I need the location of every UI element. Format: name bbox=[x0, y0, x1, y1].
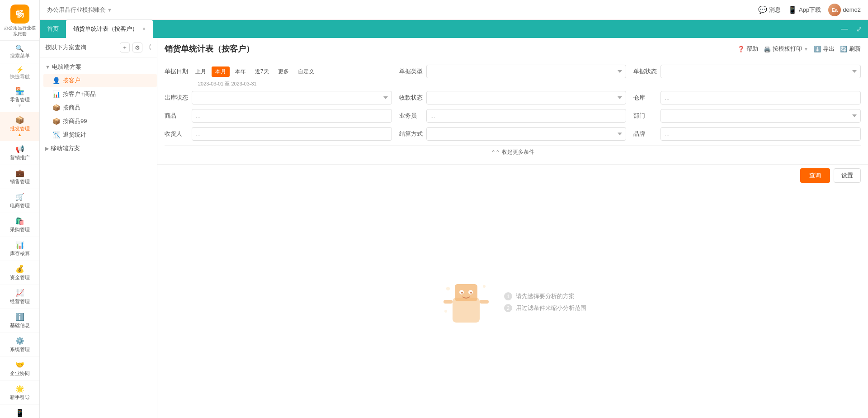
warehouse-label: 仓库 bbox=[633, 94, 657, 102]
mobile-group-arrow: ▶ bbox=[45, 146, 49, 152]
export-icon: ⬇️ bbox=[814, 46, 821, 52]
customer-product-icon: 📊 bbox=[52, 90, 60, 98]
filter-salesperson: 业务员 ... bbox=[399, 109, 627, 123]
brand-label: 品牌 bbox=[633, 130, 657, 138]
sidebar-quick-nav[interactable]: ⚡ 快捷导航 bbox=[0, 63, 39, 83]
logo-icon: 畅 bbox=[10, 5, 29, 24]
desktop-group-header[interactable]: ▼ 电脑端方案 bbox=[40, 60, 157, 74]
header-left: 办公用品行业模拟账套 ▼ bbox=[47, 6, 112, 14]
receipt-status-select[interactable] bbox=[426, 91, 627, 104]
date-tabs: 上月 本月 本年 近7天 bbox=[192, 66, 318, 77]
salesperson-label: 业务员 bbox=[399, 112, 423, 120]
tab-current[interactable]: 销货单统计表（按客户） × bbox=[66, 20, 153, 38]
sidebar-item-finance[interactable]: 💰 资金管理 bbox=[0, 261, 39, 285]
date-tab-prev-month[interactable]: 上月 bbox=[192, 66, 210, 77]
collapse-more-button[interactable]: ⌃⌃ 收起更多条件 bbox=[165, 145, 861, 159]
sidebar-search[interactable]: 🔍 搜索菜单 bbox=[0, 41, 39, 63]
receipt-status-label: 收款状态 bbox=[399, 94, 423, 102]
filter-department: 部门 bbox=[633, 109, 861, 123]
empty-illustration bbox=[439, 275, 493, 329]
mobile-group-header[interactable]: ▶ 移动端方案 bbox=[40, 142, 157, 155]
tab-expand-button[interactable]: ⤢ bbox=[854, 24, 864, 34]
app-name-dropdown[interactable]: 办公用品行业模拟账套 ▼ bbox=[47, 6, 112, 14]
refresh-button[interactable]: 🔄 刷新 bbox=[840, 45, 861, 53]
page-header-actions: ❓ 帮助 🖨️ 按模板打印 ▼ ⬇️ 导出 🔄 刷新 bbox=[737, 45, 861, 53]
date-range-text: 2023-03-01 至 2023-03-31 bbox=[198, 81, 257, 86]
sidebar-item-newbie[interactable]: 🌟 新手引导 bbox=[0, 381, 39, 405]
settlement-label: 结算方式 bbox=[399, 130, 423, 138]
tab-home[interactable]: 首页 bbox=[40, 20, 66, 38]
scheme-by-customer-product[interactable]: 📊 按客户+商品 bbox=[43, 87, 157, 101]
user-menu[interactable]: Ea demo2 bbox=[828, 4, 861, 16]
consignee-dots[interactable]: ... bbox=[196, 131, 201, 138]
sidebar-item-wholesale[interactable]: 📦 批发管理 ▲ bbox=[0, 112, 39, 141]
settings-scheme-button[interactable]: ⚙ bbox=[132, 43, 142, 52]
date-tab-7days[interactable]: 近7天 bbox=[251, 66, 273, 77]
sidebar-item-ecom[interactable]: 🛒 电商管理 bbox=[0, 189, 39, 213]
sidebar: 畅 办公用品行业模拟账套 🔍 搜索菜单 ⚡ 快捷导航 🏪 零售管理 ▼ 📦 批发… bbox=[0, 0, 40, 418]
salesperson-dots[interactable]: ... bbox=[430, 113, 435, 119]
dropdown-arrow-icon: ▼ bbox=[107, 7, 112, 13]
scheme-by-product99[interactable]: 📦 按商品99 bbox=[43, 114, 157, 128]
sidebar-item-basic[interactable]: ℹ️ 基础信息 bbox=[0, 309, 39, 333]
export-button[interactable]: ⬇️ 导出 bbox=[814, 45, 835, 53]
out-status-select[interactable] bbox=[192, 91, 392, 104]
sidebar-item-marketing[interactable]: 📢 营销推广 bbox=[0, 141, 39, 165]
scheme-by-customer[interactable]: 👤 按客户 bbox=[43, 74, 157, 87]
date-tab-current-month[interactable]: 本月 bbox=[212, 66, 230, 77]
collapse-panel-button[interactable]: 《 bbox=[145, 43, 151, 52]
sidebar-item-enterprise[interactable]: 🤝 企业协同 bbox=[0, 357, 39, 381]
scheme-by-product[interactable]: 📦 按商品 bbox=[43, 101, 157, 114]
messages-button[interactable]: 💬 消息 bbox=[758, 5, 781, 14]
app-download-button[interactable]: 📱 App下载 bbox=[788, 5, 821, 14]
desktop-scheme-group: ▼ 电脑端方案 👤 按客户 📊 按客户+商品 📦 bbox=[40, 60, 157, 142]
page-title: 销货单统计表（按客户） bbox=[165, 43, 254, 54]
help-button[interactable]: ❓ 帮助 bbox=[737, 45, 758, 53]
left-panel-actions: + ⚙ 《 bbox=[120, 43, 151, 52]
settings-button[interactable]: 设置 bbox=[834, 168, 861, 183]
add-scheme-button[interactable]: + bbox=[120, 43, 130, 52]
department-select[interactable] bbox=[660, 109, 861, 123]
date-tab-custom[interactable]: 自定义 bbox=[294, 66, 318, 77]
filter-date: 单据日期 上月 本月 本年 bbox=[165, 65, 392, 78]
svg-point-10 bbox=[444, 310, 447, 313]
customer-icon: 👤 bbox=[52, 77, 60, 84]
brand-dots[interactable]: ... bbox=[665, 131, 670, 138]
settlement-select[interactable] bbox=[426, 127, 627, 141]
sidebar-item-operations[interactable]: 📈 经营管理 bbox=[0, 285, 39, 309]
sidebar-item-system[interactable]: ⚙️ 系统管理 bbox=[0, 333, 39, 357]
filter-settlement: 结算方式 bbox=[399, 127, 627, 141]
scheme-section: ▼ 电脑端方案 👤 按客户 📊 按客户+商品 📦 bbox=[40, 57, 157, 158]
empty-state: 1 请先选择要分析的方案 2 用过滤条件来缩小分析范围 bbox=[157, 186, 868, 418]
tab-close-button[interactable]: × bbox=[142, 26, 146, 32]
sidebar-item-retail[interactable]: 🏪 零售管理 ▼ bbox=[0, 83, 39, 112]
warehouse-dots[interactable]: ... bbox=[665, 95, 670, 101]
filter-row-3: 商品 ... 业务员 ... 部门 bbox=[165, 109, 861, 123]
header-right: 💬 消息 📱 App下载 Ea demo2 bbox=[758, 4, 861, 16]
doc-status-select[interactable] bbox=[660, 65, 861, 78]
date-tab-current-year[interactable]: 本年 bbox=[231, 66, 250, 77]
template-print-button[interactable]: 🖨️ 按模板打印 ▼ bbox=[764, 45, 808, 53]
scheme-refund-stats[interactable]: 📉 退货统计 bbox=[43, 128, 157, 142]
sidebar-logo: 畅 办公用品行业模拟账套 bbox=[0, 0, 39, 41]
date-tab-more[interactable]: 更多 bbox=[274, 66, 292, 77]
left-panel-title: 按以下方案查询 bbox=[45, 43, 86, 52]
product99-icon: 📦 bbox=[52, 118, 60, 125]
sidebar-item-sales[interactable]: 💼 销售管理 bbox=[0, 165, 39, 189]
filter-row-1: 单据日期 上月 本月 本年 bbox=[165, 65, 861, 78]
filter-row-2: 出库状态 收款状态 仓库 ... bbox=[165, 91, 861, 104]
help-icon: ❓ bbox=[737, 46, 745, 52]
filter-out-status: 出库状态 bbox=[165, 91, 392, 104]
sidebar-item-inventory[interactable]: 📊 库存核算 bbox=[0, 237, 39, 261]
product-dots[interactable]: ... bbox=[196, 113, 201, 119]
query-button[interactable]: 查询 bbox=[800, 168, 830, 183]
sidebar-item-purchase[interactable]: 🛍️ 采购管理 bbox=[0, 213, 39, 237]
filter-product: 商品 ... bbox=[165, 109, 392, 123]
page-header: 销货单统计表（按客户） ❓ 帮助 🖨️ 按模板打印 ▼ ⬇️ 导出 bbox=[157, 38, 868, 59]
doc-type-select[interactable] bbox=[426, 65, 627, 78]
department-label: 部门 bbox=[633, 112, 657, 120]
action-bar: 查询 设置 bbox=[157, 165, 868, 186]
tab-minimize-button[interactable]: — bbox=[839, 24, 850, 34]
sidebar-item-appcenter[interactable]: 📱 应用中心 bbox=[0, 405, 39, 418]
empty-content: 1 请先选择要分析的方案 2 用过滤条件来缩小分析范围 bbox=[439, 275, 586, 329]
